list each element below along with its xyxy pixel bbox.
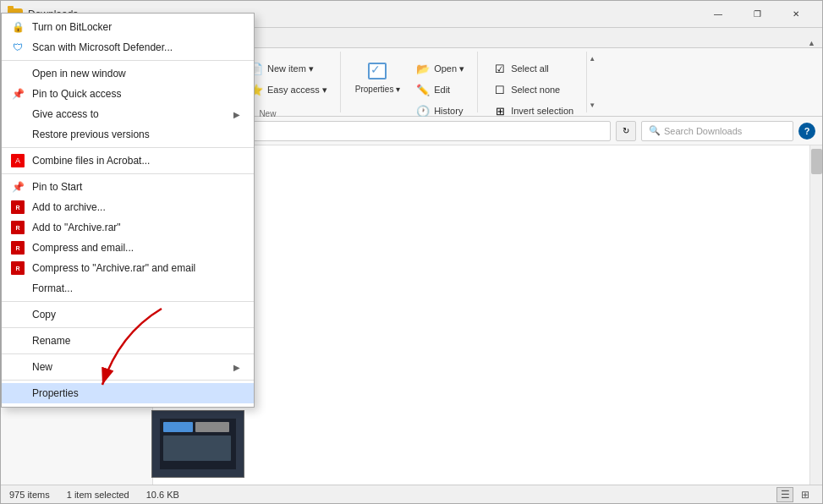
rar-icon-shape: R bbox=[11, 200, 25, 214]
help-button[interactable]: ? bbox=[798, 123, 815, 140]
pin-start-icon: 📌 bbox=[10, 181, 25, 193]
details-view-button[interactable]: ⊞ bbox=[797, 487, 814, 502]
history-label: History bbox=[434, 106, 463, 116]
open-button[interactable]: 📂 Open ▾ bbox=[409, 58, 470, 79]
edit-button[interactable]: ✏️ Edit bbox=[409, 79, 470, 100]
easy-access-label: Easy access ▾ bbox=[267, 85, 327, 96]
thumbnail-inner bbox=[160, 419, 236, 469]
list-view-button[interactable]: ☰ bbox=[776, 487, 793, 502]
scrollbar-thumb[interactable] bbox=[811, 149, 822, 174]
ribbon-scroll-up[interactable]: ▲ bbox=[589, 55, 599, 63]
select-all-label: Select all bbox=[511, 63, 549, 74]
defender-icon: 🛡 bbox=[10, 41, 25, 53]
ctx-item-add-archive[interactable]: R Add to archive... bbox=[2, 197, 254, 217]
ctx-sep-4 bbox=[2, 301, 254, 302]
new-arrow: ▶ bbox=[233, 363, 240, 372]
ctx-item-format[interactable]: Format... bbox=[2, 278, 254, 299]
properties-icon bbox=[365, 59, 389, 83]
ctx-give-access-label: Give access to bbox=[32, 108, 227, 120]
ctx-format-label: Format... bbox=[32, 282, 240, 294]
properties-label: Properties ▾ bbox=[355, 85, 400, 95]
select-none-icon: ☐ bbox=[492, 82, 508, 97]
ctx-add-archive-rar-label: Add to "Archive.rar" bbox=[32, 222, 240, 233]
ctx-item-give-access[interactable]: Give access to ▶ bbox=[2, 104, 254, 124]
ribbon-scroll-down[interactable]: ▼ bbox=[589, 101, 599, 109]
search-placeholder: Search Downloads bbox=[664, 126, 742, 136]
ribbon-group-open: Properties ▾ 📂 Open ▾ ✏️ Edit � bbox=[343, 52, 478, 112]
rar-icon-shape2: R bbox=[11, 221, 25, 234]
select-all-icon: ☑ bbox=[492, 61, 508, 76]
compress-rar-email-icon: R bbox=[10, 261, 25, 275]
ctx-pin-quick-label: Pin to Quick access bbox=[32, 88, 240, 100]
select-col: ☑ Select all ☐ Select none ⊞ Invert sele… bbox=[486, 55, 579, 121]
ribbon-open-items: Properties ▾ 📂 Open ▾ ✏️ Edit � bbox=[349, 52, 470, 121]
thumb-block-1 bbox=[163, 422, 193, 432]
ctx-item-pin-start[interactable]: 📌 Pin to Start bbox=[2, 177, 254, 197]
thumb-row-2 bbox=[163, 436, 233, 461]
ribbon-collapse-btn[interactable]: ▲ bbox=[808, 39, 815, 47]
thumb-block-2 bbox=[195, 422, 229, 432]
ctx-item-compress-rar-email[interactable]: R Compress to "Archive.rar" and email bbox=[2, 258, 254, 278]
scrollbar-track[interactable] bbox=[809, 145, 822, 485]
ctx-item-defender[interactable]: 🛡 Scan with Microsoft Defender... bbox=[2, 37, 254, 58]
acrobat-icon-shape: A bbox=[11, 154, 25, 167]
ctx-restore-label: Restore previous versions bbox=[32, 129, 240, 140]
ctx-item-new[interactable]: New ▶ bbox=[2, 357, 254, 377]
bitlocker-icon: 🔒 bbox=[10, 21, 25, 33]
ctx-sep-6 bbox=[2, 353, 254, 354]
item-count: 975 items bbox=[9, 490, 50, 500]
acrobat-icon: A bbox=[10, 154, 25, 167]
search-box[interactable]: 🔍 Search Downloads bbox=[641, 121, 793, 141]
file-explorer-window: Downloads — ❐ ✕ File Home Share View ▲ bbox=[0, 0, 823, 504]
ctx-item-restore[interactable]: Restore previous versions bbox=[2, 124, 254, 145]
ctx-sep-5 bbox=[2, 327, 254, 328]
refresh-button[interactable]: ↻ bbox=[616, 121, 636, 141]
ctx-item-bitlocker[interactable]: 🔒 Turn on BitLocker bbox=[2, 17, 254, 37]
thumbnail-preview bbox=[151, 410, 244, 478]
open-icon: 📂 bbox=[415, 61, 431, 76]
ctx-item-copy[interactable]: Copy bbox=[2, 304, 254, 325]
ctx-new-label: New bbox=[32, 361, 227, 373]
new-item-button[interactable]: 📄 New item ▾ bbox=[243, 58, 333, 79]
new-col: 📄 New item ▾ ⭐ Easy access ▾ bbox=[243, 55, 333, 100]
title-bar-controls: — ❐ ✕ bbox=[699, 1, 815, 28]
ctx-item-new-window[interactable]: Open in new window bbox=[2, 63, 254, 84]
ctx-combine-acrobat-label: Combine files in Acrobat... bbox=[32, 155, 240, 167]
maximize-button[interactable]: ❐ bbox=[738, 1, 776, 28]
ctx-item-add-archive-rar[interactable]: R Add to "Archive.rar" bbox=[2, 217, 254, 238]
ctx-pin-start-label: Pin to Start bbox=[32, 181, 240, 193]
ctx-copy-label: Copy bbox=[32, 309, 240, 320]
invert-label: Invert selection bbox=[511, 106, 573, 116]
ctx-compress-email-label: Compress and email... bbox=[32, 242, 240, 254]
easy-access-button[interactable]: ⭐ Easy access ▾ bbox=[243, 79, 333, 100]
ctx-defender-label: Scan with Microsoft Defender... bbox=[32, 41, 240, 53]
rar-icon-shape4: R bbox=[11, 261, 25, 275]
close-button[interactable]: ✕ bbox=[776, 1, 815, 28]
ctx-item-compress-email[interactable]: R Compress and email... bbox=[2, 238, 254, 258]
compress-email-icon: R bbox=[10, 241, 25, 255]
ctx-sep-1 bbox=[2, 60, 254, 61]
ctx-rename-label: Rename bbox=[32, 335, 240, 347]
edit-icon: ✏️ bbox=[415, 82, 431, 97]
ctx-sep-3 bbox=[2, 173, 254, 174]
ctx-bitlocker-label: Turn on BitLocker bbox=[32, 21, 240, 33]
context-menu: 🔒 Turn on BitLocker 🛡 Scan with Microsof… bbox=[1, 13, 255, 408]
thumb-block-3 bbox=[163, 436, 231, 461]
ctx-add-archive-label: Add to archive... bbox=[32, 201, 240, 213]
ctx-properties-label: Properties bbox=[32, 387, 240, 399]
edit-label: Edit bbox=[434, 85, 450, 95]
ctx-item-pin-quick[interactable]: 📌 Pin to Quick access bbox=[2, 84, 254, 104]
ctx-item-rename[interactable]: Rename bbox=[2, 331, 254, 351]
select-all-button[interactable]: ☑ Select all bbox=[486, 58, 579, 79]
properties-button[interactable]: Properties ▾ bbox=[349, 55, 406, 99]
select-none-label: Select none bbox=[511, 85, 560, 95]
open-col: 📂 Open ▾ ✏️ Edit 🕐 History bbox=[409, 55, 470, 121]
ctx-item-combine-acrobat[interactable]: A Combine files in Acrobat... bbox=[2, 151, 254, 171]
give-access-arrow: ▶ bbox=[233, 110, 240, 119]
select-none-button[interactable]: ☐ Select none bbox=[486, 79, 579, 100]
ctx-item-properties[interactable]: Properties bbox=[2, 383, 254, 403]
minimize-button[interactable]: — bbox=[699, 1, 738, 28]
file-size: 10.6 KB bbox=[146, 490, 179, 500]
ctx-sep-2 bbox=[2, 147, 254, 148]
ctx-new-window-label: Open in new window bbox=[32, 68, 240, 79]
